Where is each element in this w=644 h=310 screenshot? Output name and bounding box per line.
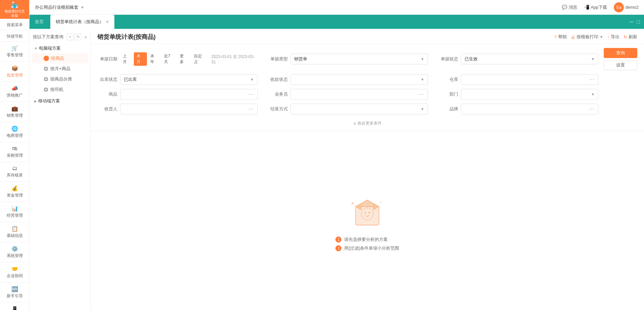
query-button[interactable]: 查询 [604, 48, 637, 58]
page-title: 销货单统计表(按商品) [97, 33, 156, 41]
refresh-icon: ↻ [624, 35, 627, 40]
date-tab-this-month[interactable]: 本月 [134, 52, 147, 66]
refresh-btn[interactable]: ↻ 刷新 [624, 34, 637, 40]
inventory-label: 库存核算 [7, 172, 23, 178]
sidebar-item-purchase[interactable]: 🛍 采购管理 [0, 142, 29, 162]
print-dropdown-icon[interactable]: ▼ [600, 35, 603, 39]
brand-dots-icon: ··· [589, 106, 595, 112]
receiver-control[interactable]: ··· [120, 104, 258, 114]
date-tab-this-year[interactable]: 本年 [148, 52, 161, 66]
help-btn[interactable]: ? 帮助 [554, 34, 567, 40]
brand-control[interactable]: ··· [461, 104, 598, 114]
export-btn[interactable]: ↑ 导出 [607, 34, 620, 40]
out-status-arrow-icon: ▼ [250, 78, 254, 82]
wholesale-icon: 📦 [11, 65, 18, 71]
by-goods-icon [44, 56, 49, 61]
scheme-item-by-month-goods[interactable]: 按月+商品 [32, 64, 88, 74]
scheme-item-by-goods[interactable]: 按商品 [32, 53, 88, 63]
filter-doc-status: 单据状态 已生效 ▼ [438, 54, 598, 64]
settings-button[interactable]: 设置 [604, 60, 637, 70]
help-icon: ? [554, 35, 556, 40]
sidebar-item-apps[interactable]: 📱 应用中心 [0, 303, 29, 310]
template-print-btn[interactable]: 🖨 按模板打印 ▼ [571, 34, 603, 40]
settlement-control[interactable]: ▼ [290, 104, 428, 114]
scheme-group-pc-header[interactable]: ▼ 电脑端方案 [30, 44, 90, 53]
edit-scheme-btn[interactable]: ✎ [75, 34, 82, 40]
system-icon: ⚙️ [11, 246, 18, 252]
tab-home[interactable]: 首页 [30, 15, 49, 29]
panel-actions: + ✎ [67, 34, 82, 40]
left-panel-header: 按以下方案查询 + ✎ « [30, 32, 90, 43]
message-icon: 💬 [562, 5, 567, 10]
brand-label: 品牌 [438, 106, 458, 112]
sales-label: 销售管理 [7, 113, 23, 118]
department-control[interactable]: ▼ [461, 89, 598, 100]
collapse-up-icon: ∧ [353, 121, 356, 126]
sidebar-search-label: 搜索菜单 [7, 22, 23, 28]
sidebar-item-guide[interactable]: 🆕 新手引导 [0, 282, 29, 303]
app-name: 畅捷通好生意 [5, 9, 25, 13]
user-profile[interactable]: Ea demo2 [614, 2, 639, 12]
message-btn[interactable]: 💬 消息 [562, 4, 577, 10]
sidebar-quicknav-section[interactable]: 快捷导航 [0, 30, 29, 42]
sidebar-item-ecommerce[interactable]: 🌐 电商管理 [0, 122, 29, 142]
date-tab-more[interactable]: 更多 [177, 52, 190, 66]
sidebar-logo: 🏪 畅捷通好生意 标版 [0, 0, 30, 19]
doc-type-control[interactable]: 销货单 ▼ [290, 54, 428, 64]
user-name: demo2 [625, 5, 639, 10]
avatar: Ea [614, 2, 624, 12]
add-scheme-btn[interactable]: + [67, 34, 73, 40]
sidebar-item-marketing[interactable]: 📣 营销推广 [0, 82, 29, 102]
receipt-status-control[interactable]: ▼ [290, 74, 428, 85]
empty-illustration: ✦ ✦ [347, 190, 387, 231]
app-download-btn[interactable]: 📲 App下载 [584, 4, 607, 10]
filter-row-2: 出库状态 已出库 ▼ 收款状态 ▼ [97, 74, 637, 85]
warehouse-control[interactable]: ··· [461, 74, 598, 85]
empty-text: 1 请先选择要分析的方案 2 用[过滤]条件来缩小分析范围 [335, 237, 399, 251]
scheme-group-mobile-header[interactable]: ▶ 移动端方案 [30, 96, 90, 106]
industry-dropdown-arrow[interactable]: ▼ [80, 5, 84, 9]
tab-maximize-btn[interactable]: □ [637, 19, 640, 25]
sidebar-item-inventory[interactable]: 🗂 库存核算 [0, 162, 29, 182]
sidebar-item-finance[interactable]: 💰 资金管理 [0, 182, 29, 202]
left-panel-label: 按以下方案查询 [33, 34, 63, 40]
scheme-item-by-goods-category[interactable]: 按商品分类 [32, 74, 88, 84]
collapse-label: 收起更多条件 [358, 120, 382, 126]
tab-sales-stats[interactable]: 销货单统计表（按商品） ✕ [50, 15, 114, 29]
filter-out-status: 出库状态 已出库 ▼ [97, 74, 258, 85]
date-tab-last-month[interactable]: 上月 [120, 52, 133, 66]
wholesale-label: 批发管理 [7, 72, 23, 78]
sidebar-item-enterprise[interactable]: 🤝 企业协同 [0, 262, 29, 282]
by-month-goods-label: 按月+商品 [50, 66, 70, 72]
salesperson-control[interactable]: ··· [290, 89, 428, 100]
sidebar-item-base[interactable]: 📋 基础信息 [0, 222, 29, 242]
tab-minimize-btn[interactable]: ─ [630, 19, 633, 25]
tab-bar-actions: ─ □ [630, 19, 644, 25]
date-tab-custom[interactable]: 自定义 [191, 52, 208, 66]
sidebar-item-system[interactable]: ⚙️ 系统管理 [0, 242, 29, 262]
finance-label: 资金管理 [7, 193, 23, 198]
tab-home-label: 首页 [35, 19, 44, 25]
marketing-icon: 📣 [11, 85, 18, 92]
sidebar-item-wholesale[interactable]: 📦 批发管理 [0, 62, 29, 82]
svg-point-9 [369, 212, 370, 213]
sidebar-item-sales[interactable]: 💼 销售管理 [0, 102, 29, 122]
sidebar-item-operations[interactable]: 📊 经营管理 [0, 202, 29, 222]
settlement-arrow-icon: ▼ [421, 107, 424, 111]
collapse-row[interactable]: ∧ 收起更多条件 [97, 118, 637, 127]
receiver-dots-icon: ··· [249, 106, 254, 112]
svg-rect-0 [45, 67, 47, 70]
panel-collapse-btn[interactable]: « [84, 34, 87, 40]
tab-sales-stats-label: 销货单统计表（按商品） [56, 19, 104, 25]
out-status-control[interactable]: 已出库 ▼ [120, 74, 258, 85]
doc-status-control[interactable]: 已生效 ▼ [461, 54, 598, 64]
tab-close-icon[interactable]: ✕ [106, 19, 109, 24]
sidebar-item-retail[interactable]: 🛒 零售管理 [0, 42, 29, 62]
template-print-label: 按模板打印 [577, 34, 598, 40]
scheme-group-mobile: ▶ 移动端方案 [30, 96, 90, 106]
empty-state: ✦ ✦ 1 请先选择要分析的方案 2 用[过滤]条件来缩小分析范围 [91, 131, 644, 310]
scheme-item-by-cashier[interactable]: 按司机 [32, 85, 88, 95]
sidebar-search-section[interactable]: 搜索菜单 [0, 19, 29, 30]
goods-control[interactable]: ··· [120, 89, 258, 100]
date-tab-7days[interactable]: 近7天 [161, 52, 176, 66]
